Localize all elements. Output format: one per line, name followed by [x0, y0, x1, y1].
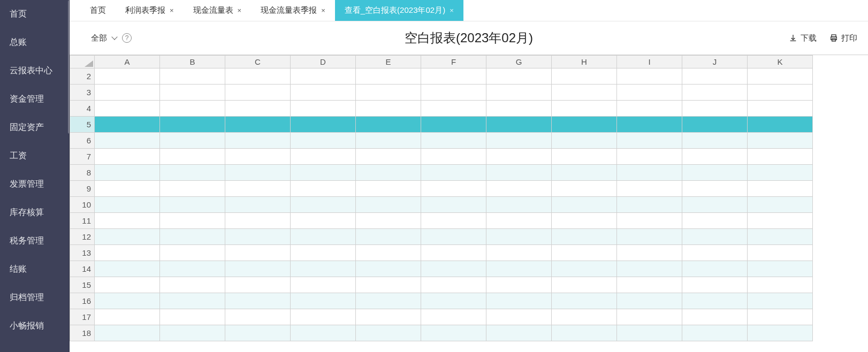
cell-G11[interactable] — [486, 213, 552, 229]
cell-K7[interactable] — [748, 149, 813, 165]
sidebar-item-2[interactable]: 云报表中心 — [0, 57, 69, 85]
cell-D2[interactable] — [291, 68, 356, 85]
cell-B17[interactable] — [160, 309, 225, 325]
cell-B16[interactable] — [160, 293, 225, 309]
cell-H13[interactable] — [552, 245, 617, 261]
cell-K15[interactable] — [748, 277, 813, 293]
cell-I18[interactable] — [617, 325, 682, 341]
cell-I12[interactable] — [617, 229, 682, 245]
cell-E11[interactable] — [356, 213, 421, 229]
cell-E4[interactable] — [356, 101, 421, 117]
cell-K6[interactable] — [748, 133, 813, 149]
cell-A5[interactable] — [95, 117, 160, 133]
cell-C15[interactable] — [225, 277, 291, 293]
cell-I16[interactable] — [617, 293, 682, 309]
cell-H11[interactable] — [552, 213, 617, 229]
cell-I8[interactable] — [617, 165, 682, 181]
cell-J6[interactable] — [682, 133, 748, 149]
cell-A12[interactable] — [95, 229, 160, 245]
sidebar-item-4[interactable]: 固定资产 — [0, 113, 69, 142]
cell-I13[interactable] — [617, 245, 682, 261]
close-icon[interactable]: × — [170, 6, 174, 14]
cell-K4[interactable] — [748, 101, 813, 117]
cell-A16[interactable] — [95, 293, 160, 309]
cell-D13[interactable] — [291, 245, 356, 261]
cell-A11[interactable] — [95, 213, 160, 229]
cell-E8[interactable] — [356, 165, 421, 181]
cell-D8[interactable] — [291, 165, 356, 181]
row-header-4[interactable]: 4 — [70, 101, 95, 117]
cell-G9[interactable] — [486, 181, 552, 197]
cell-J15[interactable] — [682, 277, 748, 293]
cell-G13[interactable] — [486, 245, 552, 261]
cell-A17[interactable] — [95, 309, 160, 325]
cell-A7[interactable] — [95, 149, 160, 165]
cell-F17[interactable] — [421, 309, 486, 325]
cell-I14[interactable] — [617, 261, 682, 277]
cell-H5[interactable] — [552, 117, 617, 133]
cell-E7[interactable] — [356, 149, 421, 165]
row-header-18[interactable]: 18 — [70, 325, 95, 341]
cell-I10[interactable] — [617, 197, 682, 213]
cell-F13[interactable] — [421, 245, 486, 261]
cell-J17[interactable] — [682, 309, 748, 325]
cell-F15[interactable] — [421, 277, 486, 293]
cell-F8[interactable] — [421, 165, 486, 181]
cell-F4[interactable] — [421, 101, 486, 117]
row-header-2[interactable]: 2 — [70, 68, 95, 85]
cell-A2[interactable] — [95, 68, 160, 85]
column-header-C[interactable]: C — [225, 56, 291, 68]
spreadsheet[interactable]: ABCDEFGHIJK23456789101112131415161718 — [70, 55, 868, 352]
cell-F11[interactable] — [421, 213, 486, 229]
cell-F10[interactable] — [421, 197, 486, 213]
cell-F9[interactable] — [421, 181, 486, 197]
row-header-8[interactable]: 8 — [70, 165, 95, 181]
cell-E2[interactable] — [356, 68, 421, 85]
row-header-9[interactable]: 9 — [70, 181, 95, 197]
cell-C4[interactable] — [225, 101, 291, 117]
row-header-3[interactable]: 3 — [70, 85, 95, 101]
cell-I2[interactable] — [617, 68, 682, 85]
cell-C9[interactable] — [225, 181, 291, 197]
cell-D9[interactable] — [291, 181, 356, 197]
cell-F14[interactable] — [421, 261, 486, 277]
cell-E10[interactable] — [356, 197, 421, 213]
cell-F2[interactable] — [421, 68, 486, 85]
cell-E14[interactable] — [356, 261, 421, 277]
cell-B3[interactable] — [160, 85, 225, 101]
tab-3[interactable]: 现金流量表季报× — [251, 0, 335, 21]
cell-C3[interactable] — [225, 85, 291, 101]
close-icon[interactable]: × — [321, 6, 325, 14]
cell-K12[interactable] — [748, 229, 813, 245]
cell-G7[interactable] — [486, 149, 552, 165]
cell-C18[interactable] — [225, 325, 291, 341]
sidebar-item-1[interactable]: 总账 — [0, 28, 69, 57]
sidebar-item-9[interactable]: 结账 — [0, 255, 69, 284]
cell-K2[interactable] — [748, 68, 813, 85]
tab-0[interactable]: 首页 — [80, 0, 116, 21]
cell-G15[interactable] — [486, 277, 552, 293]
cell-I17[interactable] — [617, 309, 682, 325]
column-header-B[interactable]: B — [160, 56, 225, 68]
cell-F6[interactable] — [421, 133, 486, 149]
cell-A3[interactable] — [95, 85, 160, 101]
cell-J7[interactable] — [682, 149, 748, 165]
cell-C13[interactable] — [225, 245, 291, 261]
cell-J13[interactable] — [682, 245, 748, 261]
cell-G12[interactable] — [486, 229, 552, 245]
cell-D6[interactable] — [291, 133, 356, 149]
cell-F18[interactable] — [421, 325, 486, 341]
cell-E12[interactable] — [356, 229, 421, 245]
cell-H4[interactable] — [552, 101, 617, 117]
cell-G14[interactable] — [486, 261, 552, 277]
cell-B18[interactable] — [160, 325, 225, 341]
column-header-A[interactable]: A — [95, 56, 160, 68]
cell-D16[interactable] — [291, 293, 356, 309]
cell-A10[interactable] — [95, 197, 160, 213]
cell-B14[interactable] — [160, 261, 225, 277]
cell-F16[interactable] — [421, 293, 486, 309]
cell-B12[interactable] — [160, 229, 225, 245]
cell-J5[interactable] — [682, 117, 748, 133]
row-header-7[interactable]: 7 — [70, 149, 95, 165]
column-header-G[interactable]: G — [486, 56, 552, 68]
